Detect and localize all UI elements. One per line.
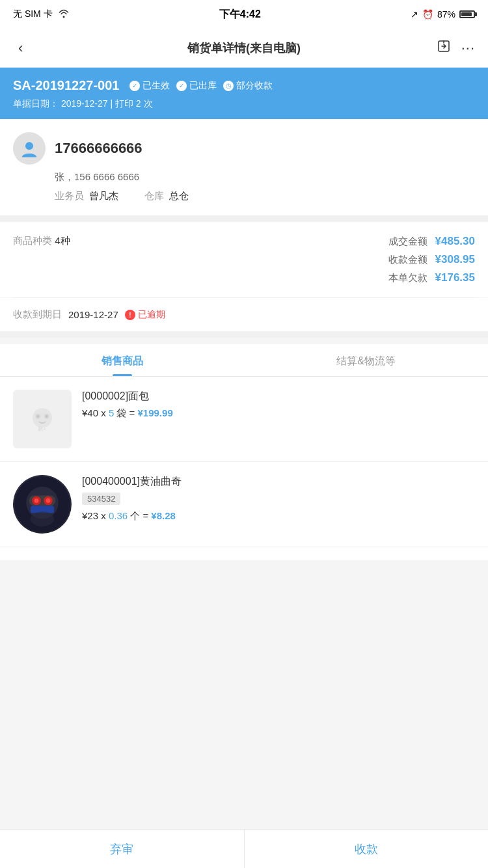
status-time: 下午4:42 — [219, 8, 261, 21]
check-icon-1: ✓ — [129, 81, 140, 91]
tabs-row: 销售商品 结算&物流等 — [0, 344, 488, 377]
svg-point-14 — [46, 498, 51, 503]
back-button[interactable]: ‹ — [13, 34, 28, 62]
customer-detail: 张，156 6666 6666 — [55, 171, 475, 183]
amount-label-1: 成交金额 — [388, 236, 427, 248]
amount-row-3: 本单欠款 ¥176.35 — [388, 271, 475, 284]
svg-point-5 — [36, 415, 39, 418]
svg-point-6 — [46, 415, 48, 418]
check-icon-2: ✓ — [176, 81, 187, 91]
category-label: 商品种类 — [13, 235, 52, 246]
warehouse-name: 总仓 — [169, 190, 189, 202]
badge-active: ✓ 已生效 — [129, 80, 170, 92]
sales-name: 曾凡杰 — [89, 190, 118, 202]
tabs-section: 销售商品 结算&物流等 — [0, 344, 488, 377]
status-right: ↗ ⏰ 87% — [411, 9, 475, 20]
summary-section: 商品种类 4种 成交金额 ¥485.30 收款金额 ¥308.95 本单欠款 ¥… — [0, 222, 488, 297]
bottom-spacer — [0, 560, 488, 599]
tab-settlement[interactable]: 结算&物流等 — [244, 344, 488, 376]
due-label: 收款到期日 — [13, 308, 62, 321]
svg-point-2 — [33, 408, 52, 427]
product-thumb-1: 易+ — [13, 390, 72, 448]
product-name-1: [0000002]面包 — [82, 390, 475, 403]
order-meta-label: 单据日期： — [13, 98, 59, 109]
amount-value-1: ¥485.30 — [435, 235, 475, 248]
scroll-hint — [0, 547, 488, 560]
product-item-2: [000400001]黄油曲奇 534532 ¥23 x 0.36 个 = ¥8… — [0, 462, 488, 547]
battery-percent: 87% — [437, 9, 455, 20]
customer-meta: 业务员 曾凡杰 仓库 总仓 — [55, 190, 475, 202]
more-icon[interactable]: ··· — [461, 40, 475, 57]
collect-payment-button[interactable]: 收款 — [245, 830, 489, 868]
badge-partial: ◷ 部分收款 — [223, 80, 273, 92]
product-price-2: ¥23 x 0.36 个 = ¥8.28 — [82, 510, 475, 522]
bottom-actions: 弃审 收款 — [0, 829, 488, 868]
page-title: 销货单详情(来自电脑) — [187, 40, 301, 56]
customer-section: 17666666666 张，156 6666 6666 业务员 曾凡杰 仓库 总… — [0, 119, 488, 215]
customer-account: 17666666666 — [55, 140, 142, 157]
products-section: 易+ [0000002]面包 ¥40 x 5 袋 = ¥199.99 — [0, 377, 488, 560]
amount-row-1: 成交金额 ¥485.30 — [388, 235, 475, 248]
status-bar: 无 SIM 卡 下午4:42 ↗ ⏰ 87% — [0, 0, 488, 29]
order-id: SA-20191227-001 — [13, 78, 119, 93]
amount-value-3: ¥176.35 — [435, 271, 475, 284]
share-icon[interactable] — [437, 39, 451, 57]
avatar — [13, 132, 46, 165]
battery-icon — [459, 10, 475, 18]
nav-actions: ··· — [437, 39, 475, 57]
status-left: 无 SIM 卡 — [13, 8, 70, 20]
amount-label-2: 收款金额 — [388, 254, 427, 266]
wifi-icon — [58, 9, 70, 20]
svg-point-13 — [34, 498, 39, 503]
status-badges: ✓ 已生效 ✓ 已出库 ◷ 部分收款 — [129, 80, 273, 92]
alarm-icon: ⏰ — [422, 9, 433, 20]
product-item: 易+ [0000002]面包 ¥40 x 5 袋 = ¥199.99 — [0, 377, 488, 462]
tab-sales-products[interactable]: 销售商品 — [0, 344, 244, 376]
amount-label-3: 本单欠款 — [388, 272, 427, 284]
carrier-text: 无 SIM 卡 — [13, 8, 53, 20]
product-tag-2: 534532 — [82, 493, 120, 505]
summary-right: 成交金额 ¥485.30 收款金额 ¥308.95 本单欠款 ¥176.35 — [388, 235, 475, 284]
due-section: 收款到期日 2019-12-27 ! 已逾期 — [0, 298, 488, 331]
nav-bar: ‹ 销货单详情(来自电脑) ··· — [0, 29, 488, 68]
divider-2 — [0, 331, 488, 338]
svg-point-16 — [31, 511, 54, 526]
svg-text:易+: 易+ — [38, 426, 46, 432]
overdue-badge: ! 已逾期 — [125, 309, 165, 321]
svg-point-1 — [25, 142, 33, 150]
order-meta-separator: | — [110, 98, 115, 109]
clock-icon: ◷ — [223, 81, 234, 91]
product-info-2: [000400001]黄油曲奇 534532 ¥23 x 0.36 个 = ¥8… — [82, 475, 475, 522]
due-date: 2019-12-27 — [68, 309, 118, 320]
product-info-1: [0000002]面包 ¥40 x 5 袋 = ¥199.99 — [82, 390, 475, 420]
warehouse-label: 仓库 — [144, 190, 164, 202]
product-thumb-2 — [13, 475, 72, 534]
location-icon: ↗ — [411, 9, 418, 20]
amount-row-2: 收款金额 ¥308.95 — [388, 253, 475, 266]
overdue-text: 已逾期 — [138, 309, 165, 321]
order-meta-date: 2019-12-27 — [61, 98, 108, 109]
abandon-review-button[interactable]: 弃审 — [0, 830, 245, 868]
order-header: SA-20191227-001 ✓ 已生效 ✓ 已出库 ◷ 部分收款 单据日期：… — [0, 68, 488, 119]
sales-label: 业务员 — [55, 190, 84, 202]
divider-1 — [0, 215, 488, 222]
product-price-1: ¥40 x 5 袋 = ¥199.99 — [82, 407, 475, 420]
product-name-2: [000400001]黄油曲奇 — [82, 475, 475, 489]
overdue-dot-icon: ! — [125, 310, 135, 320]
amount-value-2: ¥308.95 — [435, 253, 475, 266]
summary-left: 商品种类 4种 — [13, 235, 70, 250]
order-meta: 单据日期： 2019-12-27 | 打印 2 次 — [13, 98, 475, 110]
badge-shipped: ✓ 已出库 — [176, 80, 217, 92]
order-meta-print: 打印 2 次 — [115, 98, 153, 109]
category-count: 4种 — [55, 235, 70, 246]
